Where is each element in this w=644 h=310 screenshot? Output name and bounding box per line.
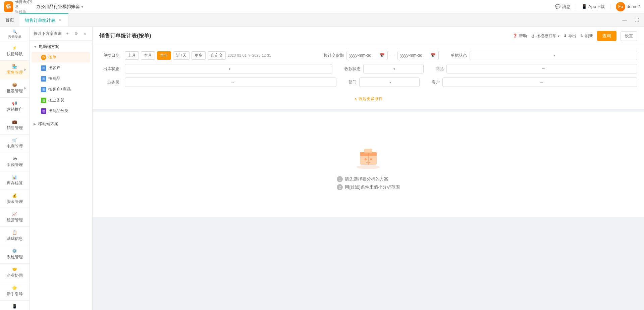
date-btn-last-7-days[interactable]: 近7天 [173,51,190,60]
expected-date-start[interactable]: 📅 [346,51,388,60]
scheme-child-by-customer[interactable]: ⊞ 按客户 [32,63,90,73]
pc-scheme-section: ▼ 电脑端方案 按 按单 ⊞ 按客户 ⊞ 按商品 ⊞ 按客户+商品 [30,41,92,118]
scheme-child-by-cust-prod[interactable]: ⊞ 按客户+商品 [32,84,90,95]
mobile-scheme-section: ▶ 移动端方案 [30,118,92,130]
collapse-panel-button[interactable]: « [82,30,88,37]
expected-date-start-input[interactable] [350,53,380,58]
customer-dots[interactable]: ··· [540,80,635,85]
date-btn-custom[interactable]: 自定义 [208,51,226,60]
sidebar-shortcut[interactable]: ⚡ 快捷导航 [0,42,29,61]
print-button[interactable]: 🖨 按模板打印 ▾ [531,33,559,39]
ecommerce-icon: 🛒 [12,138,17,143]
sidebar-item-retail[interactable]: 🏪 零售管理 [0,61,29,79]
avatar: Ea [616,2,625,11]
download-icon: 📱 [582,4,587,9]
tab-close-button[interactable]: × [57,18,63,23]
window-minimize-button[interactable]: — [620,15,629,25]
sidebar-item-guide[interactable]: 🌟 新手引导 [0,282,29,301]
finance-icon: 💰 [12,193,17,198]
sidebar-item-basic[interactable]: 📋 基础信息 [0,227,29,245]
add-scheme-button[interactable]: + [64,30,71,37]
scheme-child-by-salesperson[interactable]: ▦ 按业务员 [32,95,90,105]
sales-icon: 💼 [12,119,17,124]
expand-mobile-icon: ▶ [34,122,36,126]
breadcrumb-text: 办公用品行业模拟账套 [36,4,80,10]
sidebar-item-sales[interactable]: 💼 销售管理 [0,116,29,135]
product-select[interactable]: ··· [446,64,637,73]
salesperson-dots[interactable]: ··· [231,80,334,85]
date-dash: — [390,53,395,58]
filter-row-1: 单据日期 上月 本月 本年 近7天 更多 自定义 2023-01-01 至 20… [99,51,637,60]
app-download-button[interactable]: 📱 App下载 [582,4,605,10]
help-button[interactable]: ❓ 帮助 [513,33,527,39]
sidebar-item-appcenter[interactable]: 📱 应用中心 [0,301,29,310]
salesperson-select[interactable]: ··· [125,78,336,87]
tip-num-2: 2 [337,184,343,190]
wholesale-icon: 📦 [12,83,17,87]
tab-home[interactable]: 首页 [0,13,19,27]
doc-status-group: 单据状态 ▾ [451,51,638,60]
sidebar-item-purchase[interactable]: 🛍 采购管理 [0,153,29,171]
ship-status-select[interactable]: ▾ [125,64,332,73]
ship-status-label: 出库状态 [99,66,119,72]
scheme-child-by-category[interactable]: ▤ 按商品分类 [32,106,90,116]
sidebar-search[interactable]: 🔍 搜索菜单 [0,27,29,42]
filter-row-3: 业务员 ··· 部门 ▾ 客户 [99,78,637,87]
empty-tip-2: 2 用[过滤]条件来缩小分析范围 [337,184,399,190]
tab-active[interactable]: 销售订单统计表 × [19,13,68,27]
appcenter-icon: 📱 [12,304,17,309]
date-btn-this-year[interactable]: 本年 [157,51,171,60]
setting-scheme-button[interactable]: ⚙ [73,30,79,37]
query-button[interactable]: 查询 [597,31,616,41]
payment-arrow: ▾ [393,67,421,71]
page-title: 销售订单统计表(按单) [99,33,513,40]
mobile-scheme-parent[interactable]: ▶ 移动端方案 [30,119,92,129]
scheme-child-by-order[interactable]: 按 按单 [32,52,90,62]
export-icon: ⬇ [564,34,567,38]
window-maximize-button[interactable]: ⛶ [632,15,641,25]
expected-date-end[interactable]: 📅 [397,51,439,60]
payment-status-select[interactable]: ▾ [363,64,424,73]
purchase-icon: 🛍 [13,156,17,161]
settings-button[interactable]: 设置 [621,31,637,41]
sidebar-item-wholesale[interactable]: 📦 批发管理 [0,79,29,98]
sidebar-item-ecommerce[interactable]: 🛒 电商管理 [0,135,29,153]
pc-scheme-parent[interactable]: ▼ 电脑端方案 [30,42,92,52]
refresh-button[interactable]: ↻ 刷新 [580,33,593,39]
filter-area: 单据日期 上月 本月 本年 近7天 更多 自定义 2023-01-01 至 20… [93,45,644,109]
sidebar-item-finance[interactable]: 💰 资金管理 [0,190,29,208]
doc-status-select[interactable]: ▾ [470,51,638,60]
message-button[interactable]: 💬 消息 [555,4,571,10]
sidebar-item-operation[interactable]: 📈 经营管理 [0,208,29,227]
collapse-button[interactable]: ∧ 收起更多条件 [99,94,637,104]
sidebar-item-inventory[interactable]: 📊 库存核算 [0,171,29,190]
date-btn-this-month[interactable]: 本月 [141,51,155,60]
date-btn-more[interactable]: 更多 [192,51,206,60]
header-divider [576,4,576,9]
payment-status-label: 收款状态 [344,66,361,72]
sidebar-item-system[interactable]: ⚙️ 系统管理 [0,245,29,264]
pc-scheme-label: 电脑端方案 [39,44,59,50]
scheme-child-by-product[interactable]: ⊞ 按商品 [32,73,90,84]
system-icon: ⚙️ [12,249,17,253]
product-dots[interactable]: ··· [542,66,635,71]
date-btn-last-month[interactable]: 上月 [125,51,139,60]
right-content: 销售订单统计表(按单) ❓ 帮助 🖨 按模板打印 ▾ ⬇ 导出 [93,27,644,310]
expected-date-end-input[interactable] [400,53,431,58]
user-profile-button[interactable]: Ea demo2 [616,2,640,11]
main-layout: 🔍 搜索菜单 ⚡ 快捷导航 🏪 零售管理 📦 批发管理 📢 营销推广 💼 销售管… [0,27,644,310]
sidebar: 🔍 搜索菜单 ⚡ 快捷导航 🏪 零售管理 📦 批发管理 📢 营销推广 💼 销售管… [0,27,30,310]
export-button[interactable]: ⬇ 导出 [564,33,576,39]
app-name: 畅捷通好生意 标账版 [15,0,34,14]
sidebar-item-marketing[interactable]: 📢 营销推广 [0,98,29,116]
print-arrow: ▾ [558,34,559,38]
customer-select[interactable]: ··· [442,78,637,87]
doc-status-arrow: ▾ [553,54,634,57]
logo-area: 畅 畅捷通好生意 标账版 [4,0,34,14]
breadcrumb[interactable]: 办公用品行业模拟账套 ▾ [34,4,555,10]
department-select[interactable]: ▾ [359,78,420,87]
page-header: 销售订单统计表(按单) ❓ 帮助 🖨 按模板打印 ▾ ⬇ 导出 [93,27,644,45]
calendar-icon-start: 📅 [380,53,385,58]
expected-date-label: 预计交货期 [324,53,344,58]
sidebar-item-cooperation[interactable]: 🤝 企业协同 [0,264,29,282]
